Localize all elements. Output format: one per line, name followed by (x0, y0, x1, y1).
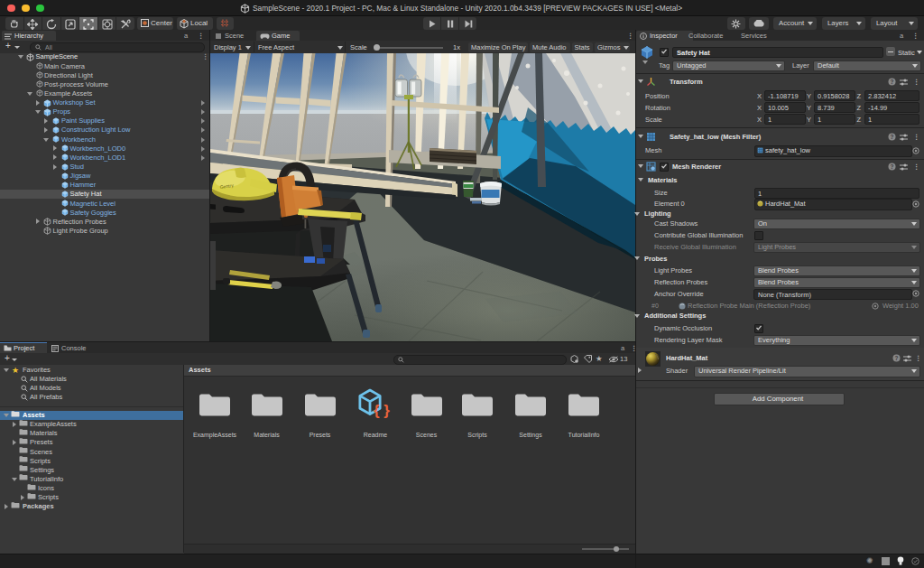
svg-text:?: ? (891, 163, 894, 170)
svg-text:?: ? (895, 355, 899, 361)
svg-text:?: ? (891, 133, 894, 139)
svg-text:?: ? (891, 79, 894, 85)
